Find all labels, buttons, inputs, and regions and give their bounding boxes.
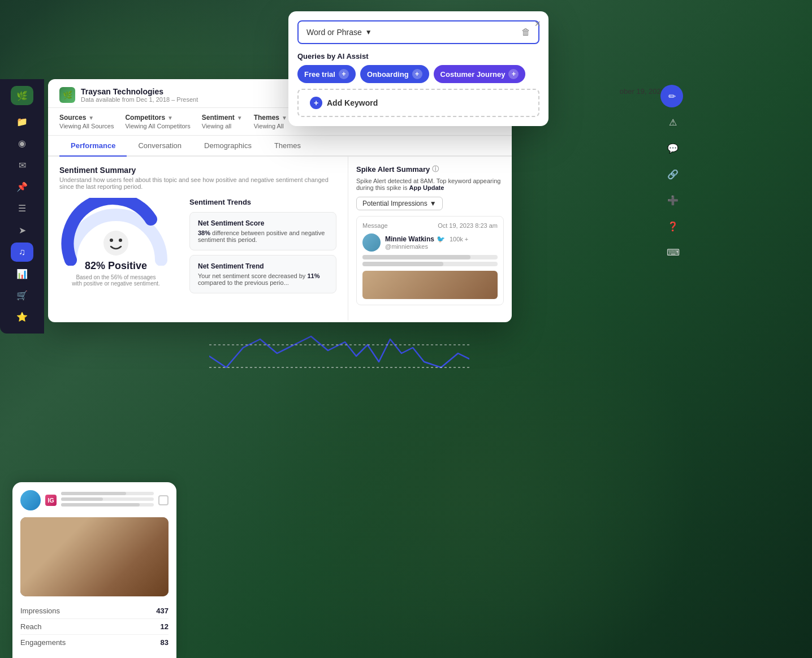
tab-demographics[interactable]: Demographics	[193, 136, 263, 157]
message-image	[362, 271, 498, 299]
date-badge: ober 19, 2023	[620, 87, 665, 96]
filter-sources-chevron: ▼	[88, 115, 94, 121]
sentiment-summary-desc: Understand how users feel about this top…	[59, 176, 336, 190]
follower-count: 100k +	[450, 236, 468, 243]
add-nav-icon[interactable]: ➕	[664, 191, 682, 209]
nav-star[interactable]: ⭐	[11, 308, 33, 327]
filter-competitors-chevron: ▼	[167, 115, 173, 121]
twitter-icon: 🐦	[437, 235, 445, 243]
progress-bar-2	[61, 497, 154, 501]
social-post-image	[20, 517, 169, 596]
sidebar-nav: 🌿 📁 ◉ ✉ 📌 ☰ ➤ ♫ 📊 🛒 ⭐	[0, 79, 44, 334]
spike-desc: Spike Alert detected at 8AM. Top keyword…	[356, 178, 504, 191]
popup-close-button[interactable]: ×	[534, 18, 541, 30]
query-tags-container: Free trial + Onboarding + Costumer Journ…	[297, 65, 539, 83]
reach-value: 12	[161, 622, 169, 631]
svg-point-0	[110, 239, 113, 242]
filter-competitors[interactable]: Competitors ▼ Viewing All Competitors	[125, 114, 190, 129]
tab-conversation[interactable]: Conversation	[127, 136, 193, 157]
sentiment-summary-title: Sentiment Summary	[59, 166, 336, 175]
gauge-sub-label: Based on the 56% of messages with positi…	[71, 274, 161, 287]
tab-performance[interactable]: Performance	[59, 136, 127, 157]
filter-sentiment[interactable]: Sentiment ▼ Viewing all	[202, 114, 243, 129]
link-nav-icon[interactable]: 🔗	[664, 165, 682, 183]
progress-bar-3	[61, 503, 154, 507]
right-sidebar: Spike Alert Summary ⓘ Spike Alert detect…	[348, 157, 512, 321]
filter-themes-label: Themes	[254, 114, 279, 122]
social-checkbox[interactable]	[158, 495, 169, 505]
filter-sources-value: Viewing All Sources	[59, 123, 114, 129]
query-tag-free-trial[interactable]: Free trial +	[297, 65, 356, 83]
brand-logo: 🌿	[59, 87, 75, 103]
main-content: Sentiment Summary Understand how users f…	[48, 157, 348, 321]
gauge-container: 82% Positive Based on the 56% of message…	[59, 198, 172, 287]
message-bar-2	[362, 262, 498, 266]
social-progress-bars	[61, 492, 154, 509]
comment-nav-icon[interactable]: 💬	[664, 139, 682, 157]
progress-bar-1	[61, 492, 154, 495]
impressions-label: Impressions	[20, 607, 60, 615]
nav-search[interactable]: ◉	[11, 134, 33, 153]
brand-info: Traysan Technologies Data available from…	[81, 87, 198, 103]
ai-search-input[interactable]	[380, 22, 513, 42]
message-user: Minnie Watkins 🐦 100k + @minniemakes	[362, 233, 498, 252]
impressions-row: Impressions 437	[20, 603, 169, 619]
query-plus-icon-3: +	[508, 69, 519, 79]
user-handle: @minniemakes	[385, 243, 468, 250]
nav-list[interactable]: ☰	[11, 199, 33, 218]
filter-sentiment-label: Sentiment	[202, 114, 235, 122]
progress-fill-1	[61, 492, 126, 495]
nav-send[interactable]: ➤	[11, 220, 33, 240]
svg-point-1	[119, 239, 122, 242]
query-tag-onboarding[interactable]: Onboarding +	[360, 65, 429, 83]
filter-themes-chevron: ▼	[282, 115, 287, 121]
net-score-card: Net Sentiment Score 38% difference betwe…	[189, 212, 336, 250]
alert-nav-icon[interactable]: ⚠	[664, 113, 682, 131]
edit-button[interactable]: ✏	[660, 85, 683, 107]
right-nav: ⚠ 💬 🔗 ➕ ❓ ⌨	[664, 113, 682, 261]
help-nav-icon[interactable]: ❓	[664, 217, 682, 235]
message-card: Message Oct 19, 2023 8:23 am Minnie Watk…	[356, 216, 504, 305]
impressions-value: 437	[156, 607, 169, 615]
nav-basket[interactable]: 🛒	[11, 285, 33, 305]
add-keyword-button[interactable]: + Add Keyword	[297, 89, 539, 117]
impressions-chevron: ▼	[430, 200, 437, 207]
nav-chart[interactable]: 📊	[11, 264, 33, 283]
spike-title: Spike Alert Summary ⓘ	[356, 164, 504, 174]
nav-pin[interactable]: 📌	[11, 177, 33, 196]
nav-analytics[interactable]: ♫	[11, 243, 33, 262]
filter-competitors-value: Viewing All Competitors	[125, 123, 190, 129]
trends-title: Sentiment Trends	[189, 198, 336, 206]
reach-row: Reach 12	[20, 619, 169, 635]
progress-fill-2	[61, 497, 103, 501]
keyboard-nav-icon[interactable]: ⌨	[664, 243, 682, 261]
engagements-label: Engagements	[20, 638, 66, 647]
trends-container: Sentiment Trends Net Sentiment Score 38%…	[189, 198, 336, 298]
gauge-svg	[59, 198, 172, 266]
engagements-value: 83	[161, 638, 169, 647]
filter-sources-label: Sources	[59, 114, 86, 122]
filter-competitors-label: Competitors	[125, 114, 165, 122]
sentiment-display: 82% Positive Based on the 56% of message…	[59, 198, 336, 298]
tab-themes[interactable]: Themes	[263, 136, 312, 157]
tabs-bar: Performance Conversation Demographics Th…	[48, 136, 512, 157]
content-area: Sentiment Summary Understand how users f…	[48, 157, 512, 321]
filter-themes[interactable]: Themes ▼ Viewing All	[254, 114, 287, 129]
filter-sentiment-value: Viewing all	[202, 123, 243, 129]
brand-name: Traysan Technologies	[81, 87, 198, 96]
gauge-face	[103, 231, 128, 256]
nav-message[interactable]: ✉	[11, 155, 33, 175]
net-score-title: Net Sentiment Score	[198, 219, 328, 227]
query-tag-customer-journey[interactable]: Costumer Journey +	[434, 65, 526, 83]
ai-search-chevron: ▼	[365, 28, 372, 36]
net-trend-title: Net Sentiment Trend	[198, 262, 328, 270]
net-trend-desc: Your net sentiment score decreased by 11…	[198, 272, 328, 286]
ai-search-type-select[interactable]: Word or Phrase ▼	[299, 22, 380, 42]
filter-sentiment-chevron: ▼	[237, 115, 243, 121]
impressions-select[interactable]: Potential Impressions ▼	[356, 197, 443, 210]
brand-data-range: Data available from Dec 1, 2018 – Presen…	[81, 96, 198, 103]
gauge-positive-label: 82% Positive	[85, 260, 147, 272]
social-card: IG Impressions 437 Reach 12 Engagements …	[12, 482, 176, 658]
nav-folder[interactable]: 📁	[11, 112, 33, 131]
filter-sources[interactable]: Sources ▼ Viewing All Sources	[59, 114, 114, 129]
